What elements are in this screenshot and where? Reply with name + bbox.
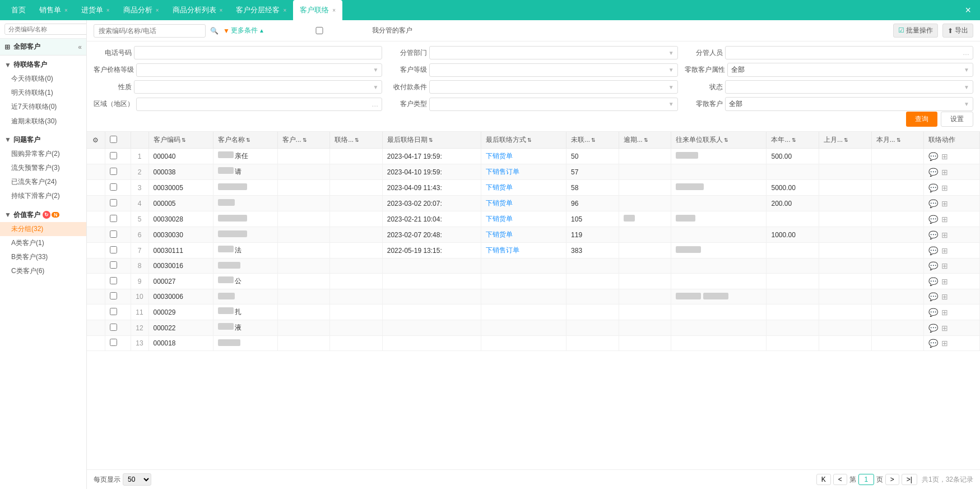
filter-scatter-select[interactable]: 全部▼: [725, 97, 973, 111]
grid-action-icon[interactable]: ⊞: [941, 277, 948, 286]
row-checkbox[interactable]: [110, 183, 117, 191]
row-checkbox[interactable]: [110, 339, 117, 346]
row-checkbox[interactable]: [110, 277, 117, 284]
sidebar-item-pending-overdue[interactable]: 逾期未联络(30): [0, 114, 86, 128]
grid-action-icon[interactable]: ⊞: [941, 168, 948, 177]
sort-overdue[interactable]: 逾期... ⇅: [624, 135, 667, 145]
current-page[interactable]: 1: [858, 474, 874, 485]
row-checkbox[interactable]: [110, 324, 117, 331]
row-checkbox[interactable]: [110, 261, 117, 269]
sidebar-all-customers[interactable]: ⊞ 全部客户 «: [0, 39, 86, 56]
row-checkbox[interactable]: [110, 246, 117, 253]
checkbox-cell[interactable]: [105, 336, 131, 351]
reset-button[interactable]: 设置: [941, 112, 973, 127]
this-month-col-header[interactable]: 本月... ⇅: [871, 132, 924, 149]
last-method-link[interactable]: 下销货单: [486, 215, 513, 223]
message-icon[interactable]: 💬: [928, 277, 938, 286]
sort-customer-name[interactable]: 客户名称 ⇅: [218, 135, 273, 145]
sidebar-search-input[interactable]: [4, 24, 87, 35]
sidebar-item-pending-7days[interactable]: 近7天待联络(0): [0, 100, 86, 114]
filter-scatter-attr-select[interactable]: 全部▼: [727, 63, 973, 77]
grid-action-icon[interactable]: ⊞: [941, 230, 948, 239]
sort-this-month[interactable]: 本月... ⇅: [876, 135, 919, 145]
sidebar-item-pending-today[interactable]: 今天待联络(0): [0, 72, 86, 86]
nav-sales[interactable]: 销售单 ×: [32, 0, 75, 20]
row-checkbox[interactable]: [110, 199, 117, 206]
last-method-link[interactable]: 下销货单: [486, 230, 513, 238]
sort-last-date[interactable]: 最后联络日期 ⇅: [387, 135, 477, 145]
grid-action-icon[interactable]: ⊞: [941, 199, 948, 208]
customer-type-col-header[interactable]: 客户... ⇅: [277, 132, 330, 149]
filter-phone-input[interactable]: [134, 46, 382, 59]
last-method-link[interactable]: 下销售订单: [486, 168, 519, 176]
grid-action-icon[interactable]: ⊞: [941, 261, 948, 270]
checkbox-cell[interactable]: [105, 227, 131, 243]
checkbox-cell[interactable]: [105, 149, 131, 164]
last-method-link[interactable]: 下销货单: [486, 183, 513, 191]
message-icon[interactable]: 💬: [928, 339, 938, 348]
last-method-col-header[interactable]: 最后联络方式 ⇅: [481, 132, 566, 149]
sidebar-item-declining[interactable]: 持续下滑客户(2): [0, 189, 86, 203]
batch-operation-button[interactable]: ☑ 批量操作: [893, 24, 938, 38]
grid-action-icon[interactable]: ⊞: [941, 308, 948, 317]
sort-contact[interactable]: 联络... ⇅: [335, 135, 378, 145]
sidebar-item-churn-warning[interactable]: 流失预警客户(3): [0, 161, 86, 175]
filter-payment-select[interactable]: ▼: [429, 80, 677, 94]
checkbox-cell[interactable]: [105, 243, 131, 259]
sort-no-contact[interactable]: 未联... ⇅: [571, 135, 614, 145]
sort-last-method[interactable]: 最后联络方式 ⇅: [486, 135, 561, 145]
sort-last-month[interactable]: 上月... ⇅: [824, 135, 867, 145]
prev-page-button[interactable]: <: [833, 474, 847, 485]
close-analysis-list-tab[interactable]: ×: [220, 7, 223, 13]
sidebar-item-type-c[interactable]: C类客户(6): [0, 264, 86, 278]
filter-person-select[interactable]: …: [725, 46, 973, 59]
customer-name-col-header[interactable]: 客户名称 ⇅: [213, 132, 277, 149]
message-icon[interactable]: 💬: [928, 183, 938, 192]
sort-this-year[interactable]: 本年... ⇅: [771, 135, 814, 145]
checkbox-cell[interactable]: [105, 164, 131, 180]
nav-analysis[interactable]: 商品分析 ×: [117, 0, 166, 20]
sidebar-group-problem-title[interactable]: ▼ 问题客户: [0, 133, 86, 147]
contact-person-col-header[interactable]: 往来单位联系人 ⇅: [671, 132, 767, 149]
message-icon[interactable]: 💬: [928, 308, 938, 317]
my-customers-filter[interactable]: 我分管的客户: [269, 26, 412, 35]
settings-col-header[interactable]: ⚙: [87, 132, 105, 149]
grid-action-icon[interactable]: ⊞: [941, 246, 948, 255]
customer-code-col-header[interactable]: 客户编码 ⇅: [148, 132, 213, 149]
filter-nature-select[interactable]: ▼: [134, 80, 382, 94]
checkbox-cell[interactable]: [105, 259, 131, 274]
sidebar-item-type-b[interactable]: B类客户(33): [0, 250, 86, 264]
my-customers-checkbox[interactable]: [269, 27, 370, 34]
message-icon[interactable]: 💬: [928, 199, 938, 208]
last-method-link[interactable]: 下销货单: [486, 199, 513, 207]
sidebar-item-abnormal-hoard[interactable]: 囤购异常客户(2): [0, 147, 86, 161]
more-conditions-button[interactable]: ▼ 更多条件 ▲: [223, 26, 264, 35]
last-month-col-header[interactable]: 上月... ⇅: [819, 132, 872, 149]
this-year-col-header[interactable]: 本年... ⇅: [767, 132, 819, 149]
nav-purchase[interactable]: 进货单 ×: [75, 0, 117, 20]
sidebar-item-churned[interactable]: 已流失客户(24): [0, 175, 86, 189]
message-icon[interactable]: 💬: [928, 168, 938, 177]
sort-customer-code[interactable]: 客户编码 ⇅: [154, 135, 208, 145]
sidebar-item-pending-tomorrow[interactable]: 明天待联络(1): [0, 86, 86, 100]
grid-action-icon[interactable]: ⊞: [941, 152, 948, 161]
checkbox-cell[interactable]: [105, 180, 131, 196]
row-checkbox[interactable]: [110, 215, 117, 222]
message-icon[interactable]: 💬: [928, 292, 938, 301]
last-method-link[interactable]: 下销货单: [486, 152, 513, 160]
overdue-col-header[interactable]: 逾期... ⇅: [619, 132, 671, 149]
last-page-button[interactable]: >|: [902, 474, 917, 485]
nav-customer-contact[interactable]: 客户联络 ×: [293, 0, 342, 20]
close-customer-contact-tab[interactable]: ×: [332, 7, 336, 13]
window-close-button[interactable]: ×: [960, 4, 976, 16]
grid-action-icon[interactable]: ⊞: [941, 215, 948, 224]
close-customer-seg-tab[interactable]: ×: [283, 7, 286, 13]
search-input[interactable]: [94, 24, 206, 38]
sidebar-group-pending-title[interactable]: ▼ 待联络客户: [0, 58, 86, 72]
nav-home[interactable]: 首页: [4, 0, 32, 20]
sidebar-collapse-icon[interactable]: «: [78, 43, 82, 51]
sidebar-group-score-title[interactable]: ▼ 价值客户 ↻ N: [0, 208, 86, 222]
row-checkbox[interactable]: [110, 292, 117, 299]
contact-col-header[interactable]: 联络... ⇅: [330, 132, 383, 149]
no-contact-col-header[interactable]: 未联... ⇅: [566, 132, 619, 149]
